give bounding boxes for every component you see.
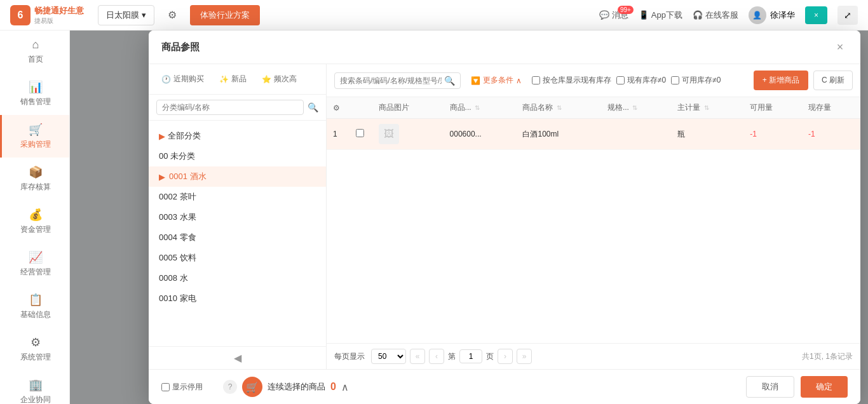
sidebar-label-home: 首页 — [28, 54, 43, 65]
sidebar-label-purchase: 采购管理 — [20, 139, 51, 150]
cell-name: 白酒100ml — [516, 119, 600, 150]
cancel-btn[interactable]: 取消 — [746, 376, 794, 398]
cell-image: 🖼 — [372, 119, 444, 150]
page-last-btn[interactable]: » — [517, 349, 532, 364]
checkbox-nonzero[interactable]: 现有库存≠0 — [616, 75, 666, 86]
sidebar-item-basic[interactable]: 📋 基础信息 — [0, 285, 69, 328]
sidebar-item-operation[interactable]: 📈 经营管理 — [0, 243, 69, 285]
cat-0008[interactable]: 0008 水 — [149, 268, 326, 288]
category-search-input[interactable] — [156, 100, 304, 115]
page-next-btn[interactable]: › — [498, 349, 513, 364]
checkbox-warehouse[interactable]: 按仓库显示现有库存 — [532, 75, 611, 86]
cat-0002-label: 0002 茶叶 — [159, 191, 196, 203]
online-service-btn[interactable]: 🎧 在线客服 — [693, 10, 738, 21]
cat-0010-label: 0010 家电 — [159, 293, 196, 304]
col-spec-label: 规格... — [607, 103, 629, 112]
modal-footer: 显示停用 ? 🛒 连续选择的商品 0 ∧ 取消 确定 — [149, 369, 860, 404]
refresh-btn[interactable]: C 刷新 — [813, 71, 853, 90]
checkbox-warehouse-input[interactable] — [532, 76, 540, 84]
cell-spec — [601, 119, 672, 150]
store-selector[interactable]: 日太阳膜 ▾ — [98, 5, 154, 25]
user-profile[interactable]: 👤 徐泽华 — [749, 6, 795, 24]
frequent-tab[interactable]: ⭐ 频次高 — [257, 71, 302, 88]
sidebar-item-purchase[interactable]: 🛒 采购管理 — [0, 115, 69, 158]
cart-icon[interactable]: 🛒 — [242, 377, 262, 397]
product-search-box: 🔍 — [334, 72, 461, 89]
col-unit[interactable]: 主计量 ⇅ — [671, 97, 743, 119]
cat-0001[interactable]: ▶ 0001 酒水 — [149, 166, 326, 187]
cat-0003[interactable]: 0003 水果 — [149, 207, 326, 227]
collapse-btn[interactable]: ◀ — [149, 346, 326, 369]
checkbox-available-input[interactable] — [671, 76, 679, 84]
sidebar-item-system[interactable]: ⚙ 系统管理 — [0, 328, 69, 370]
cat-all[interactable]: ▶ 全部分类 — [149, 126, 326, 146]
product-available: -1 — [750, 130, 757, 138]
checkbox-nonzero-input[interactable] — [616, 76, 625, 84]
col-spec[interactable]: 规格... ⇅ — [601, 97, 672, 119]
show-disabled-input[interactable] — [161, 383, 170, 391]
page-prev-btn[interactable]: ‹ — [429, 349, 444, 364]
col-name[interactable]: 商品名称 ⇅ — [516, 97, 600, 119]
new-tab[interactable]: ✨ 新品 — [214, 71, 252, 88]
trial-btn[interactable]: 体验行业方案 — [190, 5, 260, 25]
cat-0004-label: 0004 零食 — [159, 232, 196, 243]
cell-num: 1 — [327, 119, 349, 150]
table-body: 1 🖼 000600... — [327, 119, 860, 150]
cart-count: 0 — [330, 381, 336, 393]
headset-icon: 🎧 — [693, 10, 703, 20]
sidebar-label-finance: 资金管理 — [20, 224, 51, 235]
page-first-btn[interactable]: « — [410, 349, 425, 364]
messages-btn[interactable]: 💬 消息 99+ — [599, 10, 628, 21]
toolbar-right: + 新增商品 C 刷新 — [754, 71, 853, 90]
cart-expand-btn[interactable]: ∧ — [341, 381, 349, 393]
col-code[interactable]: 商品... ⇅ — [444, 97, 517, 119]
confirm-btn[interactable]: 确定 — [801, 376, 848, 398]
cat-0004[interactable]: 0004 零食 — [149, 227, 326, 248]
col-settings[interactable]: ⚙ — [327, 97, 349, 119]
checkbox-available[interactable]: 可用库存≠0 — [671, 75, 721, 86]
table-head: ⚙ 商品图片 商品... ⇅ — [327, 97, 860, 119]
cat-0001-arrow: ▶ — [159, 172, 165, 182]
product-search-icon[interactable]: 🔍 — [444, 76, 455, 86]
col-available-label: 可用量 — [750, 103, 773, 112]
sidebar-item-sales[interactable]: 📊 销售管理 — [0, 72, 69, 115]
product-reference-modal: 商品参照 × 🕐 近期购买 ✨ — [149, 30, 860, 404]
teal-btn[interactable]: × — [805, 6, 827, 24]
modal-body: 🕐 近期购买 ✨ 新品 ⭐ 频次高 — [149, 64, 860, 369]
category-search-icon[interactable]: 🔍 — [308, 102, 318, 112]
logo: 6 畅捷通好生意 捷易版 — [10, 5, 84, 25]
cat-tabs: 🕐 近期购买 ✨ 新品 ⭐ 频次高 — [149, 64, 326, 95]
settings-gear-icon[interactable]: ⚙ — [162, 5, 182, 25]
main-layout: ⌂ 首页 📊 销售管理 🛒 采购管理 📦 库存核算 💰 资金管理 📈 经营管理 … — [0, 30, 868, 404]
table-row[interactable]: 1 🖼 000600... — [327, 119, 860, 150]
sidebar-item-home[interactable]: ⌂ 首页 — [0, 30, 69, 72]
sidebar-item-enterprise[interactable]: 🏢 企业协同 — [0, 370, 69, 404]
product-search-input[interactable] — [340, 76, 442, 85]
recent-tab[interactable]: 🕐 近期购买 — [156, 71, 209, 88]
home-icon: ⌂ — [32, 38, 39, 51]
add-product-btn[interactable]: + 新增商品 — [754, 71, 808, 90]
sidebar-item-finance[interactable]: 💰 资金管理 — [0, 200, 69, 243]
checkbox-nonzero-label: 现有库存≠0 — [627, 75, 666, 86]
checkbox-available-label: 可用库存≠0 — [682, 75, 721, 86]
show-disabled-checkbox[interactable]: 显示停用 — [161, 382, 203, 393]
checkbox-warehouse-label: 按仓库显示现有库存 — [543, 75, 611, 86]
sales-icon: 📊 — [29, 80, 43, 94]
cat-0005[interactable]: 0005 饮料 — [149, 248, 326, 268]
cell-checkbox[interactable] — [349, 119, 372, 150]
cat-0010[interactable]: 0010 家电 — [149, 288, 326, 309]
cat-0001-label: 0001 酒水 — [169, 171, 207, 182]
sidebar-item-inventory[interactable]: 📦 库存核算 — [0, 158, 69, 200]
page-label-text: 第 — [448, 351, 456, 362]
expand-btn[interactable]: ⤢ — [837, 6, 858, 25]
row-checkbox[interactable] — [356, 129, 364, 137]
help-icon[interactable]: ? — [223, 380, 237, 394]
app-download-btn[interactable]: 📱 App下载 — [639, 10, 682, 21]
filter-btn[interactable]: 🔽 更多条件 ∧ — [466, 72, 527, 88]
cat-00[interactable]: 00 未分类 — [149, 146, 326, 166]
page-input[interactable] — [459, 349, 482, 363]
modal-close-btn[interactable]: × — [832, 39, 848, 55]
logo-text: 畅捷通好生意 捷易版 — [34, 5, 84, 25]
per-page-select[interactable]: 50 20 100 — [371, 349, 406, 364]
cat-0002[interactable]: 0002 茶叶 — [149, 187, 326, 207]
